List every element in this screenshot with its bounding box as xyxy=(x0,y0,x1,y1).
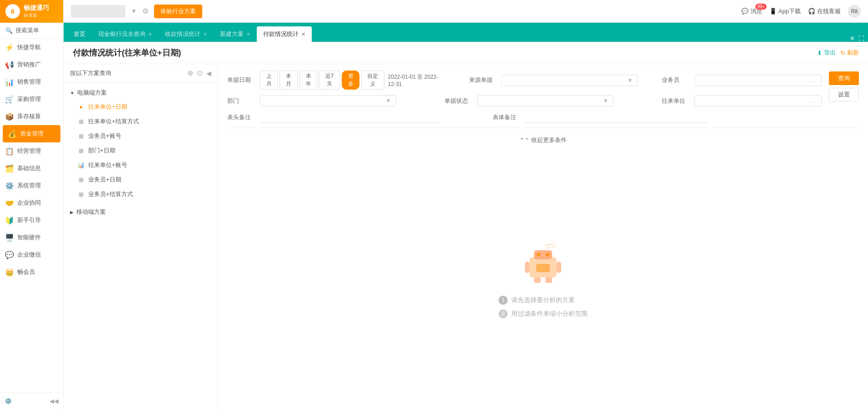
logo-name: 畅捷通巧 xyxy=(24,4,49,12)
sidebar-item-wechat[interactable]: 💬 企业微信 xyxy=(0,246,63,263)
collapse-label: 收起更多条件 xyxy=(531,136,567,144)
filter-area: 单据日期 上月 本月 本年 近7天 更多 自定义 2022-01-01 至 20… xyxy=(218,64,868,151)
filter-row-1: 单据日期 上月 本月 本年 近7天 更多 自定义 2022-01-01 至 20… xyxy=(227,71,822,90)
body-remark-input[interactable] xyxy=(525,112,707,123)
app-download-btn[interactable]: 📱 App下载 xyxy=(769,7,801,15)
svg-rect-5 xyxy=(525,262,529,273)
add-scheme-icon[interactable]: ⊕ xyxy=(187,69,193,77)
sidebar-item-guide[interactable]: 🔰 新手引导 xyxy=(0,212,63,229)
this-year-btn[interactable]: 本年 xyxy=(299,71,317,90)
custom-date-btn[interactable]: 自定义 xyxy=(361,71,384,90)
user-profile[interactable]: Rit xyxy=(848,5,861,18)
export-btn[interactable]: ⬆ 导出 xyxy=(817,49,836,57)
scheme-table-icon: ▦ xyxy=(77,118,85,125)
scheme-staff-date[interactable]: ▦ 业务员+日期 xyxy=(64,172,218,187)
scheme-item-label: 往来单位+日期 xyxy=(88,103,127,111)
payment-stats-tab-close[interactable]: ✕ xyxy=(301,31,305,37)
setting-btn[interactable]: 设置 xyxy=(829,88,859,101)
scheme-item-label: 往来单位+结算方式 xyxy=(88,117,139,126)
dept-select[interactable]: ▼ xyxy=(260,95,396,106)
svg-rect-6 xyxy=(557,262,561,273)
receipt-stats-tab-label: 收款情况统计 xyxy=(165,30,200,38)
last-month-btn[interactable]: 上月 xyxy=(260,71,278,90)
sidebar-item-finance[interactable]: 💰 资金管理 xyxy=(3,125,60,142)
refresh-btn[interactable]: ↻ 刷新 xyxy=(840,49,859,57)
receipt-stats-tab-close[interactable]: ✕ xyxy=(203,31,207,37)
sidebar-item-operations[interactable]: 📋 经营管理 xyxy=(0,142,63,160)
partner-select[interactable]: ... xyxy=(694,95,822,106)
source-select[interactable]: ▼ xyxy=(502,75,638,86)
tab-receipt-stats[interactable]: 收款情况统计 ✕ xyxy=(159,26,214,42)
sidebar-item-hardware[interactable]: 🖥️ 智能硬件 xyxy=(0,229,63,246)
mobile-scheme-group[interactable]: ▶ 移动端方案 xyxy=(64,205,218,219)
sidebar-item-label: 营销推广 xyxy=(17,61,41,69)
collapse-sidebar-icon[interactable]: ◀◀ xyxy=(50,398,59,404)
topbar-dropdown-icon[interactable]: ▼ xyxy=(131,8,137,15)
sidebar-item-member[interactable]: 👑 畅会员 xyxy=(0,263,63,281)
date-range-display: 2022-01-01 至 2022-12-31 xyxy=(388,73,446,87)
collapse-filter-btn[interactable]: ⌃⌃ 收起更多条件 xyxy=(227,136,859,144)
online-service-btn[interactable]: 🎧 在线客服 xyxy=(808,7,841,15)
industry-btn[interactable]: 体验行业方案 xyxy=(154,5,202,18)
header-remark-input[interactable] xyxy=(260,112,442,123)
messages-btn[interactable]: 💬 消息 99+ xyxy=(741,7,762,15)
right-panel: 单据日期 上月 本月 本年 近7天 更多 自定义 2022-01-01 至 20… xyxy=(218,64,868,409)
topbar-settings-icon[interactable]: ⚙ xyxy=(142,7,149,15)
content-area: 按以下方案查询 ⊕ ⊙ ◀ ▼ 电脑端方案 ● 往来单位+日期 ▦ xyxy=(64,64,868,409)
close-all-icon[interactable]: ✕ xyxy=(850,35,855,42)
page-header: 付款情况统计(往来单位+日期) ⬆ 导出 ↻ 刷新 xyxy=(64,42,868,64)
sidebar-item-system[interactable]: ⚙️ 系统管理 xyxy=(0,177,63,194)
bill-status-select[interactable]: ▼ xyxy=(477,95,614,106)
svg-line-9 xyxy=(545,243,554,246)
empty-tip-1: 1 请先选择要分析的方案 xyxy=(499,296,588,305)
desktop-scheme-group[interactable]: ▼ 电脑端方案 xyxy=(64,86,218,100)
staff-filter-label: 业务员 xyxy=(662,76,687,84)
sidebar-item-sales[interactable]: 📊 销售管理 xyxy=(0,73,63,91)
scheme-dept-date[interactable]: ▦ 部门+日期 xyxy=(64,143,218,158)
collapse-panel-icon[interactable]: ◀ xyxy=(206,70,211,77)
topbar-right: 💬 消息 99+ 📱 App下载 🎧 在线客服 Rit xyxy=(741,5,861,18)
bill-status-dropdown-icon: ▼ xyxy=(603,97,609,104)
sidebar-logo: 6 畅捷通巧 标准版 xyxy=(0,0,63,23)
tab-cash-flow[interactable]: 现金银行流水查询 ✕ xyxy=(92,26,159,42)
query-btn[interactable]: 查询 xyxy=(829,71,859,85)
cash-flow-tab-close[interactable]: ✕ xyxy=(148,31,152,37)
sidebar-item-purchase[interactable]: 🛒 采购管理 xyxy=(0,91,63,108)
sidebar-item-inventory[interactable]: 📦 库存核算 xyxy=(0,108,63,125)
scheme-item-label: 部门+日期 xyxy=(88,146,115,155)
sidebar-item-quick-nav[interactable]: ⚡ 快捷导航 xyxy=(0,39,63,56)
tab-payment-stats[interactable]: 付款情况统计 ✕ xyxy=(257,26,312,42)
sidebar-item-marketing[interactable]: 📢 营销推广 xyxy=(0,56,63,73)
operations-icon: 📋 xyxy=(5,147,14,155)
scheme-unit-account[interactable]: 📊 往来单位+账号 xyxy=(64,158,218,172)
settings-icon[interactable]: ⚙️ xyxy=(5,398,12,404)
tip-text-2: 用过滤条件来缩小分析范围 xyxy=(511,310,588,318)
basic-info-icon: 🗂️ xyxy=(5,164,14,172)
tab-new-scheme[interactable]: 新建方案 ✕ xyxy=(214,26,257,42)
scheme-active-icon: ● xyxy=(77,103,85,111)
sidebar-item-cooperation[interactable]: 🤝 企业协同 xyxy=(0,194,63,212)
empty-illustration xyxy=(520,241,566,287)
more-date-btn[interactable]: 更多 xyxy=(342,71,359,90)
search-menu[interactable]: 🔍 搜索菜单 xyxy=(0,23,63,39)
sidebar-item-basic-info[interactable]: 🗂️ 基础信息 xyxy=(0,160,63,177)
sidebar-item-label: 系统管理 xyxy=(17,182,41,190)
new-scheme-tab-close[interactable]: ✕ xyxy=(246,31,250,37)
app-download-label: App下载 xyxy=(778,7,801,15)
scheme-staff-settle[interactable]: ▦ 业务员+结算方式 xyxy=(64,187,218,202)
scheme-unit-date[interactable]: ● 往来单位+日期 xyxy=(64,100,218,114)
scheme-staff-account[interactable]: ▦ 业务员+账号 xyxy=(64,129,218,143)
staff-select[interactable]: ... xyxy=(694,75,822,86)
download-icon: 📱 xyxy=(769,8,777,15)
topbar: ▼ ⚙ 体验行业方案 💬 消息 99+ 📱 App下载 🎧 在线客服 Rit xyxy=(64,0,868,23)
settings-scheme-icon[interactable]: ⊙ xyxy=(197,69,203,77)
scheme-item-label: 往来单位+账号 xyxy=(88,161,127,169)
scheme-unit-settle[interactable]: ▦ 往来单位+结算方式 xyxy=(64,114,218,129)
service-icon: 🎧 xyxy=(808,8,815,15)
tab-home[interactable]: 首页 xyxy=(67,26,92,42)
maximize-icon[interactable]: ⛶ xyxy=(858,35,864,42)
last-7-btn[interactable]: 近7天 xyxy=(319,71,339,90)
scheme-table-icon5: ▦ xyxy=(77,191,85,198)
this-month-btn[interactable]: 本月 xyxy=(279,71,297,90)
sidebar-item-label: 畅会员 xyxy=(17,268,35,276)
